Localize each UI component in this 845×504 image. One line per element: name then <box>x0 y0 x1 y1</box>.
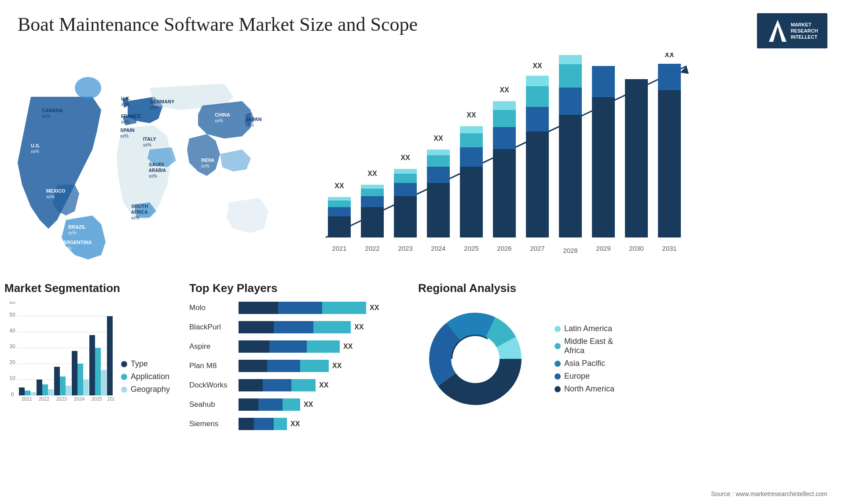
svg-rect-102 <box>72 351 77 395</box>
bottom-section: Market Segmentation 0 10 20 30 40 50 60 <box>0 281 845 437</box>
svg-rect-46 <box>460 147 483 167</box>
svg-text:2025: 2025 <box>464 245 478 252</box>
svg-marker-0 <box>769 20 786 42</box>
player-seahub: Seahub XX <box>189 398 400 411</box>
svg-text:XX: XX <box>665 53 674 58</box>
source-text: Source : www.marketresearchintellect.com <box>711 490 827 497</box>
svg-text:XX: XX <box>334 182 344 190</box>
us-label: U.S. <box>31 143 40 148</box>
svg-text:xx%: xx% <box>150 105 158 110</box>
svg-rect-64 <box>559 87 582 115</box>
legend-geography: Geography <box>121 385 170 394</box>
svg-rect-29 <box>361 188 384 196</box>
svg-rect-41 <box>427 155 450 167</box>
argentina-label: ARGENTINA <box>63 240 92 245</box>
svg-rect-58 <box>526 106 549 131</box>
svg-rect-51 <box>493 149 516 237</box>
page-title: Boat Maintenance Software Market Size an… <box>18 13 418 36</box>
svg-rect-22 <box>328 207 351 216</box>
legend-middle-east: Middle East &Africa <box>555 337 614 355</box>
svg-point-1 <box>75 77 101 99</box>
svg-rect-108 <box>101 370 107 395</box>
svg-rect-53 <box>493 110 516 127</box>
legend-latin-america: Latin America <box>555 324 614 333</box>
svg-text:2021: 2021 <box>22 396 32 402</box>
legend-type: Type <box>121 359 170 369</box>
svg-text:xx%: xx% <box>215 118 223 123</box>
svg-text:2030: 2030 <box>629 245 643 252</box>
svg-text:xx%: xx% <box>121 120 129 124</box>
svg-rect-74 <box>658 64 681 90</box>
logo: MARKET RESEARCH INTELLECT <box>757 13 827 48</box>
svg-rect-23 <box>328 200 351 207</box>
svg-text:2029: 2029 <box>596 245 610 252</box>
svg-rect-57 <box>526 131 549 237</box>
brazil-label: BRAZIL <box>68 224 86 230</box>
svg-rect-100 <box>66 386 71 395</box>
legend-dot-type <box>121 361 127 367</box>
legend-application: Application <box>121 372 170 381</box>
germany-label: GERMANY <box>150 99 175 104</box>
svg-rect-59 <box>526 86 549 107</box>
svg-rect-110 <box>107 316 113 395</box>
regional-legend: Latin America Middle East &Africa Asia P… <box>555 324 614 394</box>
svg-text:2025: 2025 <box>92 396 102 402</box>
segmentation: Market Segmentation 0 10 20 30 40 50 60 <box>4 281 172 437</box>
spain-label: SPAIN <box>120 128 135 133</box>
svg-text:XX: XX <box>533 62 542 69</box>
player-planm8: Plan M8 XX <box>189 360 400 372</box>
svg-text:2021: 2021 <box>332 245 346 252</box>
svg-text:2028: 2028 <box>563 247 577 254</box>
player-blackpurl: BlackPurl XX <box>189 321 400 333</box>
svg-rect-92 <box>30 392 36 395</box>
logo-icon <box>767 18 789 44</box>
svg-text:40: 40 <box>9 328 15 334</box>
svg-text:xx%: xx% <box>131 215 140 220</box>
svg-rect-48 <box>460 126 483 133</box>
svg-text:2024: 2024 <box>74 396 84 402</box>
svg-text:xx%: xx% <box>143 142 151 147</box>
svg-rect-47 <box>460 133 483 147</box>
svg-rect-35 <box>394 173 417 183</box>
svg-text:2026: 2026 <box>497 245 511 252</box>
svg-rect-65 <box>559 64 582 88</box>
svg-rect-96 <box>48 389 54 395</box>
svg-rect-99 <box>60 376 66 395</box>
segmentation-chart: 0 10 20 30 40 50 60 2021 <box>4 302 114 403</box>
china-label: CHINA <box>215 112 230 117</box>
france-label: FRANCE <box>121 113 141 119</box>
svg-text:30: 30 <box>9 343 15 350</box>
regional-analysis: Regional Analysis <box>400 281 841 437</box>
svg-text:20: 20 <box>9 359 15 365</box>
svg-rect-24 <box>328 197 351 201</box>
player-dockworks: DockWorks XX <box>189 379 400 391</box>
svg-text:2022: 2022 <box>365 245 379 252</box>
svg-rect-69 <box>592 66 615 97</box>
svg-rect-39 <box>427 183 450 237</box>
svg-rect-60 <box>526 76 549 86</box>
bar-chart-svg: XX 2021 XX 2022 XX 2023 XX 2024 <box>304 53 700 264</box>
top-section: CANADA xx% U.S. xx% MEXICO xx% BRAZIL xx… <box>0 53 845 273</box>
players-title: Top Key Players <box>189 281 400 295</box>
svg-text:xx%: xx% <box>120 134 129 139</box>
svg-rect-94 <box>37 380 42 395</box>
player-aspire: Aspire XX <box>189 340 400 353</box>
svg-rect-45 <box>460 166 483 237</box>
donut-chart <box>418 302 533 416</box>
svg-text:xx%: xx% <box>68 230 77 235</box>
legend-north-america: North America <box>555 384 614 394</box>
legend-dot-geography <box>121 387 127 393</box>
segmentation-legend: Type Application Geography <box>121 359 170 394</box>
svg-text:2026: 2026 <box>107 396 114 402</box>
canada-label: CANADA <box>42 108 63 113</box>
svg-text:XX: XX <box>400 154 410 161</box>
svg-rect-106 <box>89 335 95 395</box>
svg-text:xx%: xx% <box>42 114 50 119</box>
player-molo: Molo XX <box>189 302 400 314</box>
svg-text:xx%: xx% <box>46 194 55 199</box>
svg-text:2031: 2031 <box>662 245 676 252</box>
svg-text:2023: 2023 <box>56 396 67 402</box>
svg-rect-66 <box>559 55 582 64</box>
india-label: INDIA <box>201 157 214 163</box>
svg-text:10: 10 <box>9 375 15 381</box>
